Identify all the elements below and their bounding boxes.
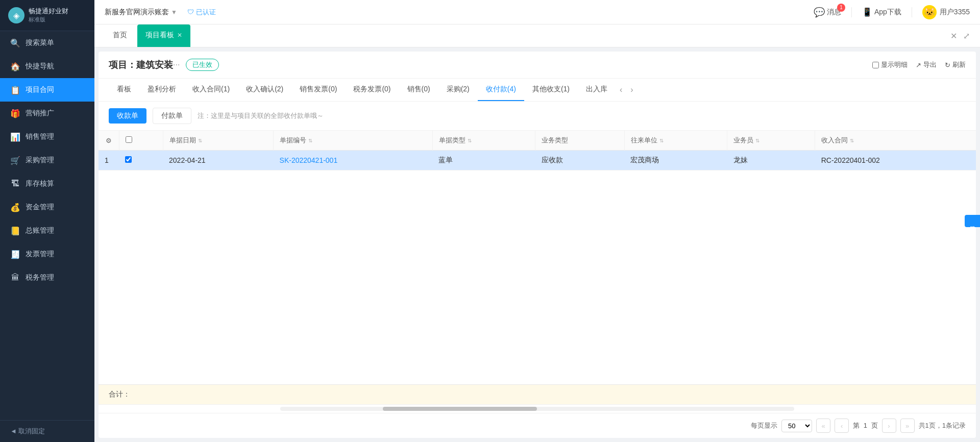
sidebar-item-inventory[interactable]: 🏗 库存核算 [0,172,94,195]
table-row[interactable]: 1 2022-04-21 SK-20220421-001 蓝单 [99,151,976,170]
sidebar-item-invoice[interactable]: 🧾 发票管理 [0,242,94,266]
th-gear[interactable]: ⚙ [99,131,119,151]
project-more-button[interactable]: ··· [173,60,180,69]
nav-tab-other[interactable]: 其他收支(1) [524,79,578,101]
nav-tab-kanban[interactable]: 看板 [109,79,139,101]
maximize-window-button[interactable]: ⤢ [963,31,970,41]
sub-tab-pay[interactable]: 付款单 [153,108,191,124]
sidebar-item-label: 库存核算 [26,179,54,188]
th-type[interactable]: 单据类型 ⇅ [432,131,535,151]
sidebar-item-finance[interactable]: 💰 资金管理 [0,195,94,219]
sidebar-item-label: 总账管理 [26,226,54,235]
export-label: 导出 [923,60,937,69]
tax-icon: 🏛 [10,273,20,283]
message-badge: 1 [837,4,845,12]
sub-tab-note: 注：这里是与项目关联的全部收付款单哦～ [198,111,324,120]
prev-page-icon: ‹ [841,422,843,430]
user-avatar: 🐱 [922,5,937,19]
td-income-contract: RC-20220401-002 [815,151,976,170]
data-table-wrapper: ⚙ 单据日期 ⇅ 单据编号 [99,131,976,384]
row-checkbox[interactable] [125,156,132,163]
last-page-button[interactable]: » [900,419,915,433]
top-header: 新服务官网演示账套 ▼ 🛡 已认证 💬 消息 1 📱 App下载 🐱 用户335… [94,0,980,24]
app-name: 畅捷通好业财 [29,7,68,16]
sub-tab-bar: 收款单 付款单 注：这里是与项目关联的全部收付款单哦～ [99,102,976,131]
doc-number-link[interactable]: SK-20220421-001 [280,156,338,164]
feedback-button[interactable]: 意见反馈 [965,215,980,227]
message-button[interactable]: 💬 消息 1 [814,7,841,18]
horizontal-scrollbar[interactable] [99,404,976,413]
app-download-label: App下载 [874,8,901,17]
nav-next-arrow[interactable]: › [626,81,637,99]
td-biz-type: 应收款 [535,151,624,170]
nav-tab-purchase[interactable]: 采购(2) [438,79,478,101]
sidebar-item-sales[interactable]: 📊 销售管理 [0,125,94,149]
nav-tab-inout[interactable]: 出入库 [578,79,616,101]
user-profile[interactable]: 🐱 用户3355 [922,5,970,19]
nav-tab-income-confirm[interactable]: 收入确认(2) [238,79,291,101]
invoice-icon: 🧾 [10,249,20,259]
sidebar-item-label: 项目合同 [26,85,54,94]
sort-partner-icon: ⇅ [659,138,664,143]
phone-icon: 📱 [862,7,872,17]
next-page-button[interactable]: › [882,419,896,433]
sidebar-item-contract[interactable]: 📋 项目合同 [0,78,94,102]
account-info: 新服务官网演示账套 ▼ 🛡 已认证 [105,8,814,17]
show-detail-label: 显示明细 [881,60,908,69]
main-content: 新服务官网演示账套 ▼ 🛡 已认证 💬 消息 1 📱 App下载 🐱 用户335… [94,0,980,442]
nav-prev-arrow[interactable]: ‹ [616,81,626,99]
refresh-label: 刷新 [952,60,966,69]
th-number[interactable]: 单据编号 ⇅ [274,131,433,151]
app-edition: 标准版 [29,16,68,23]
show-detail-checkbox[interactable]: 显示明细 [872,60,908,69]
nav-tab-payment[interactable]: 收付款(4) [478,79,524,101]
th-partner[interactable]: 往来单位 ⇅ [624,131,727,151]
sidebar-item-tax[interactable]: 🏛 税务管理 [0,266,94,289]
per-page-select[interactable]: 50 100 200 [781,420,812,432]
sidebar-item-marketing[interactable]: 🎁 营销推广 [0,102,94,125]
app-download-button[interactable]: 📱 App下载 [862,7,901,17]
refresh-button[interactable]: ↻ 刷新 [945,60,966,69]
nav-tab-sales[interactable]: 销售(0) [399,79,438,101]
account-dropdown-icon[interactable]: ▼ [171,9,177,16]
project-title: 建筑安装 [136,60,173,70]
td-date: 2022-04-21 [163,151,274,170]
select-all-checkbox[interactable] [126,136,132,143]
close-window-button[interactable]: ✕ [950,31,957,41]
export-button[interactable]: ↗ 导出 [916,60,937,69]
sidebar-item-ledger[interactable]: 📒 总账管理 [0,219,94,242]
sidebar-unpin-button[interactable]: ◄ 取消固定 [0,420,94,442]
sidebar-item-label: 采购管理 [26,156,54,165]
page-tab-bar: 首页 项目看板 ✕ ✕ ⤢ [94,24,980,47]
nav-tab-profit[interactable]: 盈利分析 [139,79,184,101]
th-salesperson[interactable]: 业务员 ⇅ [727,131,815,151]
tab-kanban[interactable]: 项目看板 ✕ [137,24,190,47]
nav-tab-tax-invoice[interactable]: 税务发票(0) [345,79,399,101]
gear-icon: ⚙ [106,137,112,144]
gift-icon: 🎁 [10,108,20,118]
show-detail-input[interactable] [872,62,879,68]
tab-close-icon[interactable]: ✕ [177,32,182,39]
first-page-button[interactable]: « [816,419,830,433]
sidebar-item-label: 资金管理 [26,203,54,212]
last-page-icon: » [905,422,909,430]
td-partner: 宏茂商场 [624,151,727,170]
th-biz-type: 业务类型 [535,131,624,151]
prev-page-button[interactable]: ‹ [835,419,849,433]
th-income-contract[interactable]: 收入合同 ⇅ [815,131,976,151]
tab-home[interactable]: 首页 [105,24,135,47]
total-label: 合计： [109,390,130,398]
sidebar-item-search[interactable]: 🔍 搜索菜单 [0,31,94,55]
th-date[interactable]: 单据日期 ⇅ [163,131,274,151]
scrollbar-track [280,407,794,411]
page-indicator: 第 1 页 [853,421,877,430]
nav-tab-income-contract[interactable]: 收入合同(1) [184,79,238,101]
sidebar-item-quick[interactable]: 🏠 快捷导航 [0,55,94,78]
window-controls: ✕ ⤢ [950,31,970,41]
sidebar-item-purchase[interactable]: 🛒 采购管理 [0,149,94,172]
sub-tab-receive[interactable]: 收款单 [109,108,146,124]
nav-tab-sales-invoice[interactable]: 销售发票(0) [291,79,345,101]
td-number: SK-20220421-001 [274,151,433,170]
td-checkbox [119,151,163,170]
app-logo-icon: ◈ [8,7,24,23]
